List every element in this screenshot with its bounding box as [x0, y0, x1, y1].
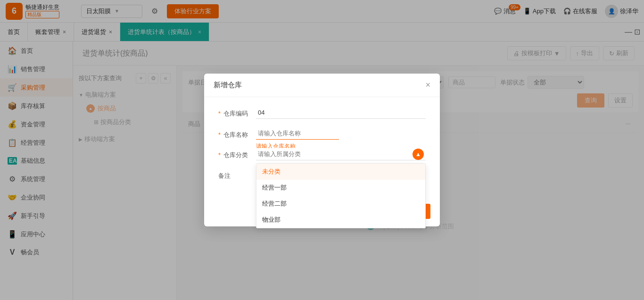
category-input[interactable] [256, 148, 426, 160]
modal-overlay: 新增仓库 × * 仓库编码 * 仓库名称 [0, 0, 644, 300]
form-row-name: * 仓库名称 请输入仓库名称 [218, 127, 426, 140]
modal-title: 新增仓库 [214, 81, 242, 90]
modal-body: * 仓库编码 * 仓库名称 请输入仓库名称 * [204, 97, 440, 199]
name-label: * 仓库名称 [218, 128, 256, 139]
category-required-indicator: * [218, 151, 221, 158]
form-row-category: * 仓库分类 ▲ 未分类 经营一部 经营二部 物业部 [218, 148, 426, 160]
note-label: 备注 [218, 169, 256, 180]
category-select-wrapper: ▲ 未分类 经营一部 经营二部 物业部 [256, 148, 426, 160]
code-label: * 仓库编码 [218, 107, 256, 118]
dropdown-item-dept3[interactable]: 物业部 [256, 212, 425, 228]
required-indicator: * [218, 110, 221, 117]
warehouse-name-input[interactable] [256, 127, 339, 140]
modal-header: 新增仓库 × [204, 74, 440, 97]
dropdown-item-dept2[interactable]: 经营二部 [256, 196, 425, 212]
category-dropdown-toggle[interactable]: ▲ [413, 149, 424, 160]
dropdown-item-uncategorized[interactable]: 未分类 [256, 164, 425, 180]
name-required-indicator: * [218, 131, 221, 138]
category-label: * 仓库分类 [218, 148, 256, 159]
warehouse-code-input[interactable] [256, 107, 426, 119]
modal-close-button[interactable]: × [425, 80, 430, 90]
add-warehouse-modal: 新增仓库 × * 仓库编码 * 仓库名称 [204, 74, 440, 226]
category-dropdown-list: 未分类 经营一部 经营二部 物业部 [256, 163, 426, 228]
form-row-code: * 仓库编码 [218, 107, 426, 119]
dropdown-item-dept1[interactable]: 经营一部 [256, 180, 425, 196]
